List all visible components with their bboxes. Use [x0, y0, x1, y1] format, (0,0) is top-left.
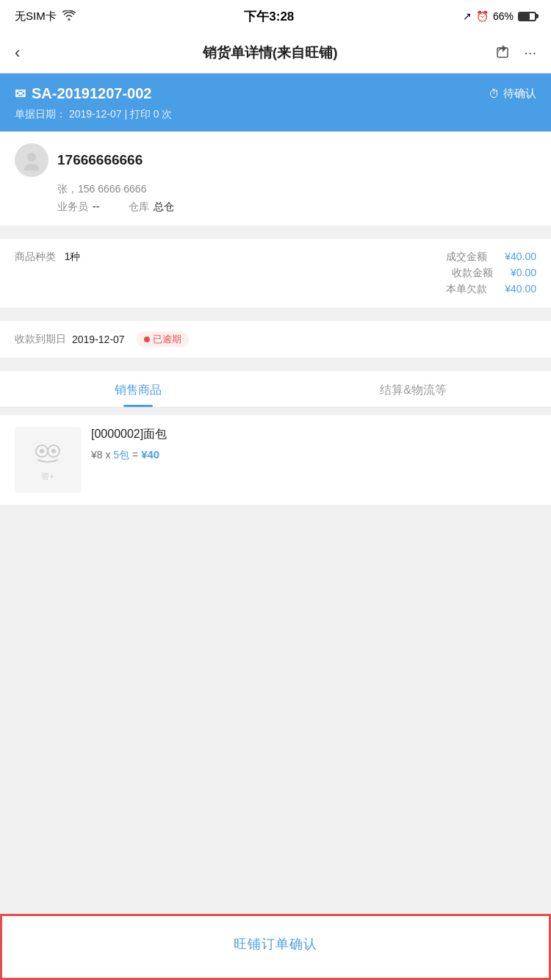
summary-label-2: 本单欠款	[446, 283, 487, 296]
summary-value-2: ¥40.00	[505, 283, 536, 296]
product-qty: 5包	[113, 449, 129, 461]
summary-row-0: 成交金额 ¥40.00	[446, 251, 536, 264]
confirm-order-button[interactable]: 旺铺订单确认	[17, 925, 534, 963]
product-type-label: 商品种类	[15, 251, 56, 262]
svg-point-2	[24, 164, 39, 170]
customer-section: 17666666666 张，156 6666 6666 业务员 -- 仓库 总仓	[0, 131, 551, 226]
overdue-badge: 已逾期	[137, 331, 189, 347]
divider1	[0, 233, 551, 239]
overdue-dot-icon	[144, 336, 150, 342]
order-date-label: 单据日期：	[15, 108, 66, 120]
battery-percent: 66%	[493, 10, 514, 22]
product-section: 管+ [0000002]面包 ¥8 x 5包 = ¥40	[0, 415, 551, 505]
nav-bar: ‹ 销货单详情(来自旺铺) ···	[0, 32, 551, 73]
page-title: 销货单详情(来自旺铺)	[203, 43, 338, 62]
nav-actions: ···	[496, 43, 536, 62]
tab-products[interactable]: 销售商品	[0, 371, 276, 407]
share-icon[interactable]	[496, 43, 512, 62]
summary-row-2: 本单欠款 ¥40.00	[446, 283, 536, 296]
product-info: [0000002]面包 ¥8 x 5包 = ¥40	[91, 427, 536, 462]
location-icon: ↗	[463, 10, 472, 22]
warehouse-value: 总仓	[154, 201, 174, 214]
tab-settlement-label: 结算&物流等	[380, 383, 447, 396]
order-status: ⏱ 待确认	[489, 87, 536, 101]
divider3	[0, 365, 551, 371]
customer-meta: 业务员 -- 仓库 总仓	[57, 201, 536, 214]
overdue-text: 已逾期	[153, 333, 181, 346]
order-status-text: 待确认	[503, 87, 536, 101]
divider2	[0, 315, 551, 321]
battery-icon	[518, 12, 536, 21]
salesman-label: 业务员	[57, 201, 88, 214]
customer-row1: 17666666666	[15, 143, 536, 177]
product-thumbnail: 管+	[15, 427, 81, 493]
wifi-icon	[62, 10, 76, 23]
order-id: ✉ SA-20191207-002	[15, 85, 151, 102]
salesman-value: --	[93, 201, 99, 214]
summary-label-0: 成交金额	[446, 251, 487, 264]
svg-point-6	[51, 449, 56, 453]
product-thumb-logo: 管+	[29, 438, 66, 482]
summary-label-1: 收款金额	[452, 267, 493, 280]
status-time: 下午3:28	[244, 8, 294, 25]
tabs-container: 销售商品 结算&物流等	[0, 371, 551, 408]
svg-point-5	[40, 449, 44, 453]
product-total: ¥40	[141, 448, 159, 461]
product-name: [0000002]面包	[91, 427, 536, 442]
customer-detail: 张，156 6666 6666	[57, 183, 536, 196]
product-price-row: ¥8 x 5包 = ¥40	[91, 448, 536, 462]
tab-products-label: 销售商品	[115, 383, 162, 396]
product-equals: =	[129, 449, 141, 461]
customer-warehouse: 仓库 总仓	[129, 201, 174, 214]
back-button[interactable]: ‹	[15, 43, 44, 62]
order-header-row1: ✉ SA-20191207-002 ⏱ 待确认	[15, 85, 536, 102]
tab-settlement[interactable]: 结算&物流等	[276, 371, 551, 407]
customer-salesman: 业务员 --	[57, 201, 99, 214]
battery-fill	[519, 13, 530, 20]
due-date-label: 收款到期日	[15, 333, 66, 346]
svg-point-1	[27, 153, 36, 162]
status-left: 无SIM卡	[15, 10, 76, 24]
due-date-value: 2019-12-07	[72, 334, 125, 345]
product-type-value: 1种	[65, 251, 81, 262]
summary-value-1: ¥0.00	[511, 267, 536, 280]
tabs-row: 销售商品 结算&物流等	[0, 371, 551, 408]
more-icon[interactable]: ···	[524, 44, 536, 61]
order-date-value: 2019-12-07	[69, 108, 122, 120]
order-print-label: | 打印 0 次	[124, 108, 172, 120]
avatar	[15, 143, 48, 177]
bottom-empty-area	[0, 512, 551, 696]
order-envelope-icon: ✉	[15, 86, 26, 102]
clock-icon: ⏱	[489, 87, 500, 100]
status-bar: 无SIM卡 下午3:28 ↗ ⏰ 66%	[0, 0, 551, 32]
order-id-text: SA-20191207-002	[32, 85, 151, 102]
summary-row-1: 收款金额 ¥0.00	[452, 267, 536, 280]
order-date-row: 单据日期： 2019-12-07 | 打印 0 次	[15, 108, 536, 121]
order-header: ✉ SA-20191207-002 ⏱ 待确认 单据日期： 2019-12-07…	[0, 73, 551, 131]
carrier-text: 无SIM卡	[15, 10, 57, 24]
summary-value-0: ¥40.00	[505, 251, 536, 264]
status-right: ↗ ⏰ 66%	[463, 10, 536, 22]
product-price-text: ¥8 x	[91, 449, 113, 461]
confirm-button-container: 旺铺订单确认	[0, 914, 551, 980]
alarm-icon: ⏰	[476, 10, 489, 22]
product-type: 商品种类 1种	[15, 251, 80, 264]
due-date-section: 收款到期日 2019-12-07 已逾期	[0, 321, 551, 358]
customer-phone: 17666666666	[57, 152, 143, 168]
summary-right: 成交金额 ¥40.00 收款金额 ¥0.00 本单欠款 ¥40.00	[446, 251, 536, 296]
warehouse-label: 仓库	[129, 201, 149, 214]
summary-section: 商品种类 1种 成交金额 ¥40.00 收款金额 ¥0.00 本单欠款 ¥40.…	[0, 239, 551, 308]
